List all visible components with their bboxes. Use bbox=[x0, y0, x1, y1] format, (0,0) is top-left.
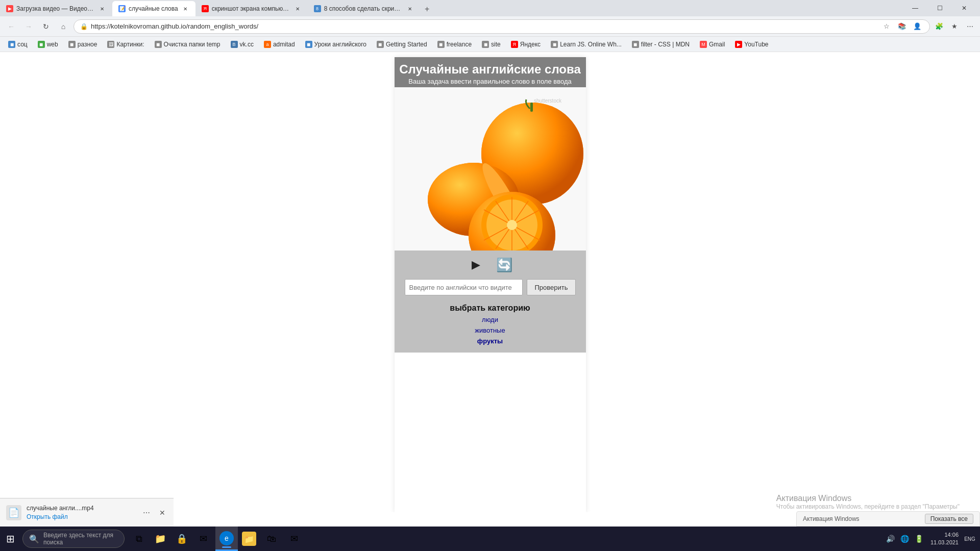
browser-tab-tab3[interactable]: Я скриншот экрана компьютера... ✕ bbox=[195, 1, 308, 16]
bookmark-item[interactable]: ◼filter - CSS | MDN bbox=[628, 38, 694, 51]
check-button[interactable]: Проверить bbox=[527, 279, 575, 295]
home-button[interactable]: ⌂ bbox=[56, 19, 70, 34]
refresh-word-button[interactable]: 🔄 bbox=[495, 256, 513, 274]
tab-close-button[interactable]: ✕ bbox=[98, 5, 106, 13]
minimize-button[interactable]: — bbox=[903, 0, 927, 16]
taskbar-app-icon: 🔒 bbox=[175, 532, 188, 545]
new-tab-button[interactable]: + bbox=[420, 2, 434, 16]
store-icon: 🛍 bbox=[264, 532, 279, 546]
bookmark-label: vk.cc bbox=[240, 41, 254, 48]
bookmark-item[interactable]: ЯЯндекс bbox=[507, 38, 545, 51]
settings-icon[interactable]: ⋯ bbox=[964, 20, 976, 33]
bookmark-label: site bbox=[491, 41, 501, 48]
taskbar-browser-pin[interactable]: e bbox=[215, 527, 238, 551]
extensions-icon[interactable]: 🧩 bbox=[933, 20, 945, 33]
bookmark-item[interactable]: Вvk.cc bbox=[227, 38, 258, 51]
category-link[interactable]: животные bbox=[395, 325, 586, 336]
bookmark-label: freelance bbox=[447, 41, 472, 48]
bookmark-label: Getting Started bbox=[386, 41, 427, 48]
start-button[interactable]: ⊞ bbox=[0, 527, 20, 551]
bookmarks-bar: ◼соц◼web◼разное🖼Картинки:◼Очистка папки … bbox=[0, 37, 980, 52]
forward-button[interactable]: → bbox=[21, 19, 36, 34]
browser-tab-tab2[interactable]: 📝 случайные слова ✕ bbox=[112, 1, 195, 16]
star-icon[interactable]: ☆ bbox=[880, 20, 893, 33]
collections-icon[interactable]: 📚 bbox=[896, 20, 908, 33]
bookmark-favicon: ◼ bbox=[305, 41, 312, 48]
download-more-button[interactable]: ⋯ bbox=[141, 507, 152, 519]
taskbar-pinned: e 📁 🛍 ✉ bbox=[215, 527, 305, 551]
favorites-icon[interactable]: ★ bbox=[948, 20, 961, 33]
taskbar-explorer-pin[interactable]: 📁 bbox=[238, 527, 260, 551]
bookmark-favicon: ◼ bbox=[482, 41, 489, 48]
tab-title: Загрузка видео — Видеохости... bbox=[16, 5, 95, 12]
taskbar-app-mail[interactable]: ✉ bbox=[193, 529, 213, 549]
tab-favicon: 8 bbox=[314, 5, 321, 12]
close-button[interactable]: ✕ bbox=[952, 0, 976, 16]
taskbar-lang[interactable]: ENG bbox=[964, 533, 976, 545]
tab-close-button[interactable]: ✕ bbox=[406, 5, 414, 13]
taskbar-right: 🔊 🌐 🔋 14:06 11.03.2021 ENG bbox=[885, 531, 980, 547]
play-button[interactable]: ▶ bbox=[467, 256, 485, 274]
bookmark-label: соц bbox=[17, 41, 28, 48]
bookmark-favicon: a bbox=[264, 41, 271, 48]
bookmark-item[interactable]: ◼Очистка папки temp bbox=[151, 38, 225, 51]
maximize-button[interactable]: ☐ bbox=[928, 0, 951, 16]
bookmark-label: Яндекс bbox=[520, 41, 541, 48]
taskbar-mail-pin[interactable]: ✉ bbox=[283, 527, 305, 551]
bookmark-label: Learn JS. Online Wh... bbox=[560, 41, 622, 48]
title-bar: ▶ Загрузка видео — Видеохости... ✕ 📝 слу… bbox=[0, 0, 980, 16]
address-input-wrap[interactable]: 🔒 ☆ 📚 👤 bbox=[74, 19, 930, 34]
bookmark-item[interactable]: ◼Getting Started bbox=[373, 38, 431, 51]
download-open-link[interactable]: Открыть файл bbox=[27, 513, 68, 520]
bookmark-favicon: Я bbox=[511, 41, 518, 48]
taskbar-search-placeholder: Введите здесь текст для поиска bbox=[43, 532, 118, 546]
bookmark-item[interactable]: ◼site bbox=[478, 38, 505, 51]
browser-tab-tab1[interactable]: ▶ Загрузка видео — Видеохости... ✕ bbox=[0, 1, 112, 16]
bookmark-item[interactable]: ◼Learn JS. Online Wh... bbox=[547, 38, 626, 51]
svg-rect-4 bbox=[530, 103, 533, 112]
back-button[interactable]: ← bbox=[4, 19, 18, 34]
taskbar-app-store[interactable]: 🔒 bbox=[172, 529, 192, 549]
search-icon: 🔍 bbox=[29, 534, 39, 544]
bookmark-item[interactable]: ▶YouTube bbox=[731, 38, 772, 51]
browser-tab-tab4[interactable]: 8 8 способов сделать скришот... ✕ bbox=[308, 1, 420, 16]
bookmark-item[interactable]: ◼разное bbox=[64, 38, 102, 51]
profile-icon[interactable]: 👤 bbox=[911, 20, 923, 33]
category-area: выбрать категорию людиживотныефрукты bbox=[395, 300, 586, 353]
tab-close-button[interactable]: ✕ bbox=[293, 5, 302, 13]
taskbar-app-explorer[interactable]: 📁 bbox=[150, 529, 170, 549]
taskbar-app-icon: 📁 bbox=[154, 532, 167, 545]
watermark-title: Активация Windows bbox=[776, 494, 960, 503]
tab-close-button[interactable]: ✕ bbox=[181, 5, 189, 13]
mail-icon: ✉ bbox=[287, 532, 301, 546]
category-link[interactable]: люди bbox=[395, 315, 586, 325]
show-all-button[interactable]: Показать все bbox=[925, 514, 973, 524]
bookmark-label: Gmail bbox=[709, 41, 725, 48]
taskbar-search[interactable]: 🔍 Введите здесь текст для поиска bbox=[22, 530, 125, 548]
tray-battery-icon[interactable]: 🔋 bbox=[913, 533, 925, 545]
category-title: выбрать категорию bbox=[395, 304, 586, 313]
svg-text:shutterstock: shutterstock bbox=[534, 98, 562, 104]
tray-network-icon[interactable]: 🌐 bbox=[899, 533, 911, 545]
taskbar-app-task-view[interactable]: ⧉ bbox=[129, 529, 149, 549]
address-icons: ☆ 📚 👤 bbox=[880, 20, 923, 33]
taskbar-store-pin[interactable]: 🛍 bbox=[260, 527, 283, 551]
category-link[interactable]: фрукты bbox=[395, 336, 586, 347]
tray-volume-icon[interactable]: 🔊 bbox=[885, 533, 897, 545]
bookmark-item[interactable]: ◼Уроки английского bbox=[301, 38, 371, 51]
bookmark-label: Картинки: bbox=[116, 41, 144, 48]
bookmark-item[interactable]: MGmail bbox=[696, 38, 729, 51]
bookmark-item[interactable]: 🖼Картинки: bbox=[103, 38, 148, 51]
bookmark-favicon: 🖼 bbox=[107, 41, 114, 48]
refresh-button[interactable]: ↻ bbox=[39, 19, 53, 34]
download-close-button[interactable]: ✕ bbox=[157, 507, 167, 519]
bookmark-item[interactable]: ◼web bbox=[34, 38, 62, 51]
bookmark-item[interactable]: aadmitad bbox=[260, 38, 299, 51]
taskbar-clock[interactable]: 14:06 11.03.2021 bbox=[927, 531, 962, 547]
address-input[interactable] bbox=[91, 22, 877, 30]
bookmark-item[interactable]: ◼соц bbox=[4, 38, 32, 51]
word-input[interactable] bbox=[405, 279, 523, 295]
address-bar: ← → ↻ ⌂ 🔒 ☆ 📚 👤 🧩 ★ ⋯ bbox=[0, 16, 980, 37]
bookmark-item[interactable]: ◼freelance bbox=[433, 38, 476, 51]
download-info: случайные англи....mp4 Открыть файл bbox=[27, 505, 136, 521]
